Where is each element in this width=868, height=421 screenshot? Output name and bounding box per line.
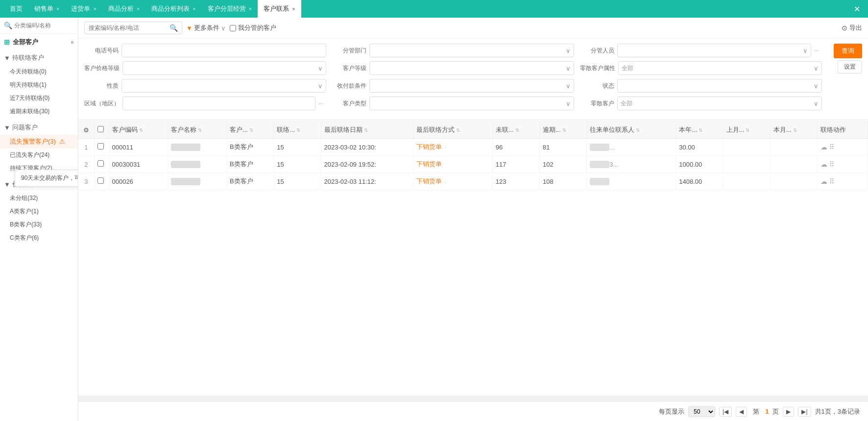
sidebar-item-overdue[interactable]: 逾期未联络(30) [0,105,78,118]
sort-icon[interactable]: ⇅ [456,127,460,133]
sort-icon[interactable]: ⇅ [364,127,368,133]
export-icon: ⊙ [842,24,847,32]
sort-icon[interactable]: ⇅ [746,127,749,133]
sidebar-item-7days[interactable]: 近7天待联络(0) [0,92,78,105]
close-icon[interactable]: × [56,6,59,12]
row-checkbox[interactable] [97,160,104,167]
nav-tab-sales[interactable]: 销售单 × [28,0,65,18]
last-method-link[interactable]: 下销货单 [416,177,442,185]
settings-button[interactable]: 设置 [838,60,862,74]
retail-attr-select[interactable]: 全部 ∨ [618,61,822,75]
sidebar-item-churned[interactable]: 已流失客户(24) [0,149,78,162]
payment-select[interactable]: ∨ [369,79,574,93]
more-conditions-button[interactable]: ▼ 更多条件 ∨ [186,24,226,32]
sidebar-item-tomorrow[interactable]: 明天待联络(1) [0,78,78,92]
sidebar-item-today[interactable]: 今天待联络(0) [0,65,78,78]
sort-icon[interactable]: ⇅ [515,127,519,133]
region-more-button[interactable]: ··· [315,100,326,107]
page-size-select[interactable]: 50 20 100 [688,406,715,417]
sort-icon[interactable]: ⇅ [139,127,143,133]
close-icon[interactable]: × [137,6,140,12]
nature-select[interactable]: ∨ [121,79,326,93]
sidebar-group-pending[interactable]: ▼ 待联络客户 [0,50,78,65]
sort-icon[interactable]: ⇅ [699,127,702,133]
next-page-button[interactable]: ▶ [783,407,794,417]
export-button[interactable]: ⊙ 导出 [842,24,862,32]
select-all-checkbox[interactable] [97,126,104,132]
contact-icon[interactable]: ☁ [820,143,827,151]
not-contact-cell: 96 [492,139,539,156]
nav-tab-analysis[interactable]: 商品分析 × [102,0,145,18]
close-icon[interactable]: × [93,6,96,12]
gear-column-header[interactable]: ⚙ [78,122,94,139]
col-label: 未联... [496,125,514,134]
gear-icon[interactable]: ⚙ [83,126,89,134]
prev-page-button[interactable]: ◀ [736,407,747,417]
sidebar-all-customers[interactable]: ⊞ 全部客户 « [0,34,78,50]
customer-name-blurred [171,178,200,185]
retail-select[interactable]: 全部 ∨ [617,97,822,110]
nav-tab-customer-tier[interactable]: 客户分层经营 × [202,0,258,18]
close-icon[interactable]: × [249,6,252,12]
window-close-button[interactable]: ✕ [850,4,864,14]
status-select[interactable]: ∨ [617,79,822,93]
last-method-cell[interactable]: 下销货单 [413,156,492,173]
customer-grade-select[interactable]: ∨ [369,61,574,75]
my-customers-checkbox[interactable] [230,25,236,31]
more-actions-icon[interactable]: ⠿ [829,177,834,185]
dept-select[interactable]: ∨ [369,44,574,57]
sidebar-search-input[interactable] [14,22,74,29]
last-method-cell[interactable]: 下销货单 [413,139,492,156]
search-icon[interactable]: 🔍 [169,24,178,32]
customer-name-cell [168,156,226,173]
sort-icon[interactable]: ⇅ [562,127,566,133]
last-method-link[interactable]: 下销货单 [416,160,442,168]
row-checkbox[interactable] [97,143,104,149]
customer-name-blurred [171,144,200,151]
nav-home[interactable]: 首页 [4,0,28,18]
nav-tab-customer-contact[interactable]: 客户联系 × [258,0,301,18]
horizontal-scrollbar[interactable] [78,396,868,401]
dept-label: 分管部门 [332,47,366,55]
first-page-button[interactable]: |◀ [719,407,732,417]
table-row: 2 00030031 B类客户 15 2023-02-09 19:52: 下销货… [78,156,868,173]
nav-tab-analysis-list[interactable]: 商品分析列表 × [145,0,201,18]
manager-select[interactable]: ∨ [617,44,811,57]
last-method-link[interactable]: 下销货单 [416,143,442,150]
contact-icon[interactable]: ☁ [820,177,827,185]
row-checkbox-cell[interactable] [94,156,109,173]
sidebar-item-b-class[interactable]: B类客户(33) [0,218,78,231]
nav-tab-purchase[interactable]: 进货单 × [65,0,102,18]
contact-icon[interactable]: ☁ [820,160,827,168]
last-page-button[interactable]: ▶| [798,407,811,417]
sidebar-item-churn-warning[interactable]: 流失预警客户(3) ⚠ [0,135,78,149]
filter-search-input[interactable] [89,25,168,31]
row-checkbox-cell[interactable] [94,173,109,190]
more-actions-icon[interactable]: ⠿ [829,160,834,168]
col-label: 联络动作 [820,125,846,134]
sidebar-group-problem[interactable]: ▼ 问题客户 [0,120,78,135]
close-icon[interactable]: × [193,6,195,12]
sidebar-item-ungrouped[interactable]: 未分组(32) [0,192,78,205]
last-method-cell[interactable]: 下销货单 [413,173,492,190]
my-customers-checkbox-wrap[interactable]: 我分管的客户 [230,24,276,32]
sidebar-item-a-class[interactable]: A类客户(1) [0,205,78,218]
sort-icon[interactable]: ⇅ [793,127,797,133]
price-grade-select[interactable]: ∨ [122,61,326,75]
more-button[interactable]: ··· [811,47,822,54]
query-button[interactable]: 查询 [834,44,862,58]
sort-icon[interactable]: ⇅ [636,127,640,133]
checkbox-column-header[interactable] [94,122,109,139]
row-checkbox-cell[interactable] [94,139,109,156]
phone-input[interactable] [121,44,326,57]
row-checkbox[interactable] [97,177,104,184]
close-icon[interactable]: × [292,6,295,12]
sort-icon[interactable]: ⇅ [198,127,202,133]
sidebar-item-c-class[interactable]: C类客户(6) [0,231,78,245]
sort-icon[interactable]: ⇅ [296,127,300,133]
collapse-icon[interactable]: « [71,39,74,46]
customer-type-select[interactable]: ∨ [369,97,574,110]
sort-icon[interactable]: ⇅ [249,127,253,133]
region-select[interactable] [122,97,315,110]
more-actions-icon[interactable]: ⠿ [829,143,834,151]
